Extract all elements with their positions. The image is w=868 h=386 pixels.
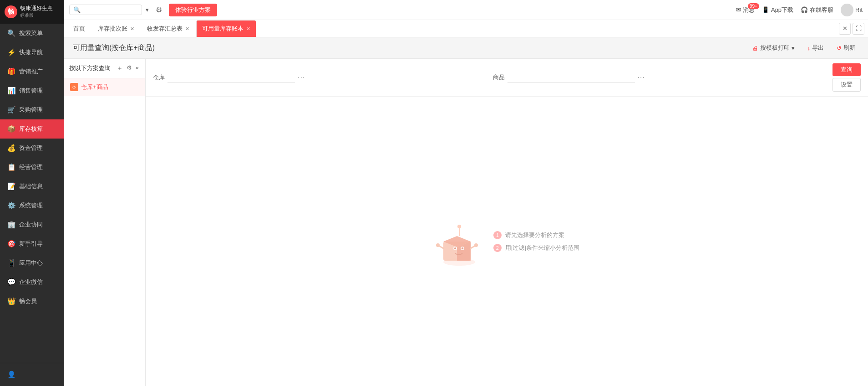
footer-icon: 👤 [7,371,15,379]
empty-content: 1 请先选择要分析的方案 2 用[过滤]条件来缩小分析范围 [434,219,579,264]
sidebar-scroll: 🔍 搜索菜单 ⚡ 快捷导航 🎁 营销推广 📊 销售管理 🛒 采购管理 📦 库存核… [0,24,64,363]
svg-point-7 [454,247,456,249]
topbar-right: ✉ 消息 99+ 📱 App下载 🎧 在线客服 Rit [736,4,863,16]
sidebar-item-shortcut[interactable]: ⚡ 快捷导航 [0,43,64,62]
sidebar-item-shortcut-label: 快捷导航 [19,48,43,57]
sidebar-item-appstore[interactable]: 📱 应用中心 [0,253,64,273]
sidebar-item-operation-label: 经营管理 [19,163,43,171]
tab-summary-close[interactable]: ✕ [185,26,189,32]
collapse-scheme-btn[interactable]: « [135,63,140,73]
topbar-dropdown-icon[interactable]: ▾ [146,6,149,13]
app-download-btn[interactable]: 📱 App下载 [762,6,793,14]
tab-home-label: 首页 [73,25,85,33]
warehouse-filter-more-btn[interactable]: ··· [298,73,305,82]
tab-summary-label: 收发存汇总表 [147,25,183,33]
sidebar-item-enterprise[interactable]: 🏢 企业协同 [0,215,64,234]
page-actions: 🖨 按模板打印 ▾ ↓ 导出 ↺ 刷新 [749,42,859,54]
filter-row: 仓库 ··· 商品 ··· 查询 设置 [146,59,868,97]
sidebar-item-guide[interactable]: 🎯 新手引导 [0,234,64,253]
shortcut-icon: ⚡ [7,48,15,57]
tab-home[interactable]: 首页 [67,20,91,37]
user-avatar [841,4,853,16]
sidebar-item-finance-label: 资金管理 [19,144,43,152]
scheme-item-label: 仓库+商品 [81,83,108,91]
sidebar-item-system[interactable]: ⚙️ 系统管理 [0,196,64,215]
tab-summary[interactable]: 收发存汇总表 ✕ [141,20,195,37]
appstore-icon: 📱 [7,259,15,267]
product-filter-more-btn[interactable]: ··· [638,73,645,82]
user-info[interactable]: Rit [841,4,863,16]
refresh-icon: ↺ [837,45,842,51]
sidebar-item-wechat[interactable]: 💬 企业微信 [0,273,64,292]
refresh-btn[interactable]: ↺ 刷新 [833,42,859,54]
add-scheme-btn[interactable]: ＋ [116,63,124,73]
print-label: 按模板打印 [760,44,790,52]
sidebar-item-operation[interactable]: 📋 经营管理 [0,158,64,177]
customer-service-label: 在线客服 [810,6,833,14]
export-label: 导出 [812,44,824,52]
filter-btns: 查询 设置 [832,63,861,92]
settings-scheme-btn[interactable]: ⚙ [126,63,133,73]
member-icon: 👑 [7,297,15,305]
inventory-icon: 📦 [7,125,15,133]
sidebar-item-marketing[interactable]: 🎁 营销推广 [0,62,64,81]
step1-label: 请先选择要分析的方案 [505,231,564,239]
scheme-item-warehouse-product[interactable]: ⟳ 仓库+商品 [64,78,145,96]
export-btn[interactable]: ↓ 导出 [804,42,828,54]
sidebar-item-sales[interactable]: 📊 销售管理 [0,81,64,100]
main: 🔍 ▾ ⚙ 体验行业方案 ✉ 消息 99+ 📱 App下载 🎧 在线客服 Rit [64,0,868,386]
page-title: 可用量查询(按仓库+商品) [73,43,155,53]
tab-batch[interactable]: 库存批次账 ✕ [92,20,140,37]
tab-available-close[interactable]: ✕ [246,26,250,32]
message-btn[interactable]: ✉ 消息 99+ [736,6,755,14]
app-info: 畅康通好生意 标准版 [20,5,53,19]
sidebar-item-purchase[interactable]: 🛒 采购管理 [0,100,64,119]
print-template-btn[interactable]: 🖨 按模板打印 ▾ [749,42,798,54]
scheme-panel-header: 按以下方案查询 ＋ ⚙ « [64,59,145,78]
customer-service-icon: 🎧 [801,6,808,13]
tab-close-btn[interactable]: ✕ [839,23,851,35]
sidebar-footer: 👤 [0,363,64,386]
print-icon: 🖨 [752,45,758,51]
topbar-gear-btn[interactable]: ⚙ [152,4,165,16]
sidebar-item-inventory[interactable]: 📦 库存核算 [0,119,64,139]
customer-service-btn[interactable]: 🎧 在线客服 [801,6,833,14]
sidebar-item-marketing-label: 营销推广 [19,67,43,76]
tab-maximize-btn[interactable]: ⛶ [853,23,864,35]
warehouse-filter-input[interactable] [168,72,295,82]
empty-step2: 2 用[过滤]条件来缩小分析范围 [493,244,579,252]
sidebar-item-search[interactable]: 🔍 搜索菜单 [0,24,64,43]
sidebar-item-finance[interactable]: 💰 资金管理 [0,139,64,158]
sidebar-item-purchase-label: 采购管理 [19,106,43,114]
topbar-search-input[interactable] [82,7,128,13]
sidebar-header: 畅 畅康通好生意 标准版 [0,0,64,24]
guide-icon: 🎯 [7,240,15,248]
warehouse-filter-group: 仓库 ··· [153,72,486,82]
print-dropdown-icon[interactable]: ▾ [792,45,795,51]
trial-btn[interactable]: 体验行业方案 [169,4,217,16]
export-icon: ↓ [807,45,811,51]
tab-available[interactable]: 可用量库存账本 ✕ [196,20,256,37]
tab-batch-close[interactable]: ✕ [130,26,134,32]
sidebar-footer-item[interactable]: 👤 [0,367,64,382]
sidebar-item-basic[interactable]: 📝 基础信息 [0,177,64,196]
product-filter-label: 商品 [493,73,505,82]
empty-area: 1 请先选择要分析的方案 2 用[过滤]条件来缩小分析范围 [146,97,868,386]
search-icon: 🔍 [7,29,15,37]
content: 按以下方案查询 ＋ ⚙ « ⟳ 仓库+商品 仓库 ··· [64,59,868,386]
query-button[interactable]: 查询 [832,63,861,76]
settings-button[interactable]: 设置 [832,78,861,92]
app-download-label: App下载 [771,6,793,14]
sidebar-item-inventory-label: 库存核算 [19,125,43,133]
sidebar-item-wechat-label: 企业微信 [19,278,43,286]
sidebar-item-member[interactable]: 👑 畅会员 [0,292,64,311]
sidebar-item-sales-label: 销售管理 [19,87,43,95]
filter-area: 仓库 ··· 商品 ··· 查询 设置 [146,59,868,386]
message-badge: 99+ [748,3,759,9]
sidebar-item-system-label: 系统管理 [19,201,43,210]
product-filter-input[interactable] [508,72,635,82]
topbar: 🔍 ▾ ⚙ 体验行业方案 ✉ 消息 99+ 📱 App下载 🎧 在线客服 Rit [64,0,868,20]
svg-point-14 [474,243,478,247]
tab-available-label: 可用量库存账本 [202,25,244,33]
scheme-panel-actions: ＋ ⚙ « [116,63,140,73]
